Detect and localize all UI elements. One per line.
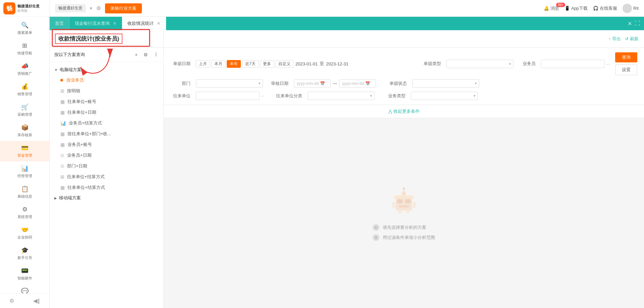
sidebar-item-marketing[interactable]: 📣 营销推广 bbox=[0, 59, 49, 80]
review-date-start[interactable]: yyyy-mm-dd 📅 bbox=[294, 80, 331, 88]
scheme-item-dept-date[interactable]: ⊙ 部门+日期 bbox=[50, 161, 163, 171]
sidebar-item-basic[interactable]: 📋 基础信息 bbox=[0, 182, 49, 202]
user-avatar-btn[interactable]: Rit bbox=[623, 4, 639, 13]
svg-rect-3 bbox=[399, 205, 409, 207]
collapse-more-btn[interactable]: ⋀ 收起更多条件 bbox=[164, 105, 644, 118]
scheme-item-detail[interactable]: ⊞ 按明细 bbox=[50, 86, 163, 96]
scheme-item-salesman-payment[interactable]: 📊 业务员+结算方式 bbox=[50, 118, 163, 129]
scheme-item-salesman[interactable]: 按业务员 bbox=[50, 75, 163, 86]
empty-step-1: ① 请先选择要分析的方案 bbox=[373, 224, 435, 231]
scheme-label-partner-account: 往来单位+账号 bbox=[67, 99, 96, 105]
empty-state: ① 请先选择要分析的方案 ② 用过滤条件来缩小分析范围 bbox=[164, 118, 644, 308]
tabbar-expand-btn[interactable]: ⛶ bbox=[635, 20, 640, 27]
main-area: 畅捷通好生意 ▾ ⚙ 体验行业方案 🔔 消息 99+ 📱 App下载 🎧 在线客… bbox=[50, 0, 644, 308]
topbar-chevron-icon[interactable]: ▾ bbox=[90, 6, 92, 11]
scheme-item-salesman-account[interactable]: ▦ 业务员+账号 bbox=[50, 139, 163, 150]
tab-home[interactable]: 首页 bbox=[50, 17, 69, 30]
export-btn[interactable]: ↑ 导出 bbox=[609, 36, 621, 42]
operation-icon: 📊 bbox=[21, 165, 29, 172]
receipt-tab-close-icon[interactable]: ✕ bbox=[157, 21, 160, 26]
sidebar-item-enterprise[interactable]: 🤝 企业协同 bbox=[0, 223, 49, 243]
partner-date-icon: ▦ bbox=[60, 110, 65, 115]
partner-category-select[interactable] bbox=[308, 92, 375, 100]
sidebar-item-guide[interactable]: 🎓 新手引导 bbox=[0, 243, 49, 264]
partner-label: 往来单位 bbox=[170, 93, 191, 99]
scheme-label-partner-payment2: 往来单位+结算方式 bbox=[67, 185, 105, 191]
salesman-date-icon: ⊙ bbox=[60, 153, 64, 158]
app-download-btn[interactable]: 📱 App下载 bbox=[565, 5, 588, 11]
message-btn[interactable]: 🔔 消息 99+ bbox=[544, 5, 559, 11]
sidebar-item-finance[interactable]: 💳 资金管理 bbox=[0, 141, 49, 161]
partner-input[interactable] bbox=[196, 92, 260, 100]
sidebar-settings-btn[interactable]: ⚙ bbox=[9, 298, 14, 304]
try-industry-btn[interactable]: 体验行业方案 bbox=[105, 3, 142, 13]
scheme-item-partner-date[interactable]: ▦ 往来单位+日期 bbox=[50, 107, 163, 118]
sidebar-item-search[interactable]: 🔍 搜索菜单 bbox=[0, 18, 49, 39]
tab-bank[interactable]: 现金银行流水查询 ✕ bbox=[69, 17, 122, 30]
sidebar-item-hardware[interactable]: 📟 智能硬件 bbox=[0, 264, 49, 284]
scheme-settings-btn[interactable]: ⚙ bbox=[142, 51, 149, 58]
salesman-field: ··· bbox=[541, 60, 610, 68]
refresh-btn[interactable]: ↺ 刷新 bbox=[625, 36, 639, 42]
tabbar: 首页 现金银行流水查询 ✕ 收款情况统计 ✕ ✕ ⛶ bbox=[50, 17, 644, 30]
tab-receipt[interactable]: 收款情况统计 ✕ bbox=[122, 17, 166, 30]
export-icon: ↑ bbox=[609, 36, 611, 41]
dept-select[interactable] bbox=[196, 79, 263, 88]
sidebar-item-inventory[interactable]: 📦 库存核算 bbox=[0, 120, 49, 141]
calendar-icon-2: 📅 bbox=[365, 81, 370, 86]
salesman-input[interactable] bbox=[541, 60, 605, 68]
scheme-item-partner-payment2[interactable]: ▦ 往来单位+结算方式 bbox=[50, 182, 163, 193]
tabbar-close-btn[interactable]: ✕ bbox=[628, 20, 632, 27]
add-scheme-btn[interactable]: + bbox=[132, 51, 140, 58]
bill-status-label: 单据状态 bbox=[387, 81, 407, 87]
enterprise-icon: 🤝 bbox=[21, 226, 29, 234]
date-btn-7days[interactable]: 近7天 bbox=[242, 60, 259, 68]
date-btn-custom[interactable]: 自定义 bbox=[275, 60, 293, 68]
mobile-scheme-header[interactable]: ▶ 移动端方案 bbox=[50, 193, 163, 203]
date-btn-this-month[interactable]: 本月 bbox=[211, 60, 225, 68]
date-field: 上月 本月 本年 近7天 更多 自定义 2023-01-01 至 2023-12… bbox=[196, 60, 416, 68]
partner-more-btn[interactable]: ··· bbox=[261, 93, 265, 98]
sidebar-item-sales[interactable]: 💰 销售管理 bbox=[0, 80, 49, 100]
sidebar-item-purchase[interactable]: 🛒 采购管理 bbox=[0, 100, 49, 120]
query-btn[interactable]: 查询 bbox=[615, 52, 637, 62]
scheme-item-partner-account[interactable]: ▦ 往来单位+账号 bbox=[50, 96, 163, 107]
scheme-item-partner-dept[interactable]: ▦ 按往来单位+部门+收... bbox=[50, 129, 163, 139]
scheme-collapse-btn[interactable]: 《 bbox=[151, 51, 159, 58]
sales-icon: 💰 bbox=[21, 83, 29, 90]
sidebar-nav: 🔍 搜索菜单 ⊞ 快捷导航 📣 营销推广 💰 销售管理 🛒 采购管理 📦 库存核… bbox=[0, 17, 49, 293]
review-date-end[interactable]: yyyy-mm-dd 📅 bbox=[339, 80, 376, 88]
sidebar-item-wechat[interactable]: 💬 企业微信 bbox=[0, 284, 49, 293]
wechat-icon: 💬 bbox=[21, 288, 29, 293]
detail-icon: ⊞ bbox=[60, 88, 64, 94]
sidebar-collapse-btn[interactable]: ◀‖ bbox=[33, 298, 40, 304]
mobile-group-arrow: ▶ bbox=[54, 196, 57, 200]
scheme-item-salesman-date[interactable]: ⊙ 业务员+日期 bbox=[50, 150, 163, 161]
active-dot-icon bbox=[60, 79, 63, 82]
svg-rect-0 bbox=[395, 197, 412, 210]
scheme-item-partner-payment1[interactable]: ⊞ 往来单位+结算方式 bbox=[50, 171, 163, 182]
scheme-label-detail: 按明细 bbox=[67, 88, 80, 94]
bill-type-label: 单据类型 bbox=[421, 61, 441, 67]
date-btn-this-year[interactable]: 本年 bbox=[227, 60, 241, 68]
business-type-select[interactable] bbox=[411, 92, 478, 100]
bank-tab-close-icon[interactable]: ✕ bbox=[113, 21, 116, 26]
sidebar-item-quicknav[interactable]: ⊞ 快捷导航 bbox=[0, 39, 49, 59]
bill-type-select[interactable] bbox=[446, 60, 514, 68]
desktop-scheme-header[interactable]: ▼ 电脑端方案 bbox=[50, 65, 163, 75]
home-tab-label: 首页 bbox=[55, 20, 64, 27]
setting-btn[interactable]: 设置 bbox=[615, 64, 637, 75]
salesman-more-btn[interactable]: ··· bbox=[606, 61, 610, 66]
topbar-gear-icon[interactable]: ⚙ bbox=[96, 5, 101, 11]
app-download-icon: 📱 bbox=[565, 6, 570, 11]
online-service-btn[interactable]: 🎧 在线客服 bbox=[593, 5, 617, 11]
sidebar-item-system[interactable]: ⚙ 系统管理 bbox=[0, 202, 49, 223]
sidebar-item-operation[interactable]: 📊 经营管理 bbox=[0, 161, 49, 182]
date-label: 单据日期 bbox=[170, 61, 191, 67]
date-btn-more[interactable]: 更多 bbox=[260, 60, 274, 68]
bill-type-select-wrapper: ▾ bbox=[446, 60, 514, 68]
filter-panel-label: 按以下方案查询 bbox=[54, 52, 85, 58]
date-btn-last-month[interactable]: 上月 bbox=[196, 60, 210, 68]
bill-status-select[interactable] bbox=[412, 79, 479, 88]
mobile-scheme-label: 移动端方案 bbox=[59, 195, 81, 201]
